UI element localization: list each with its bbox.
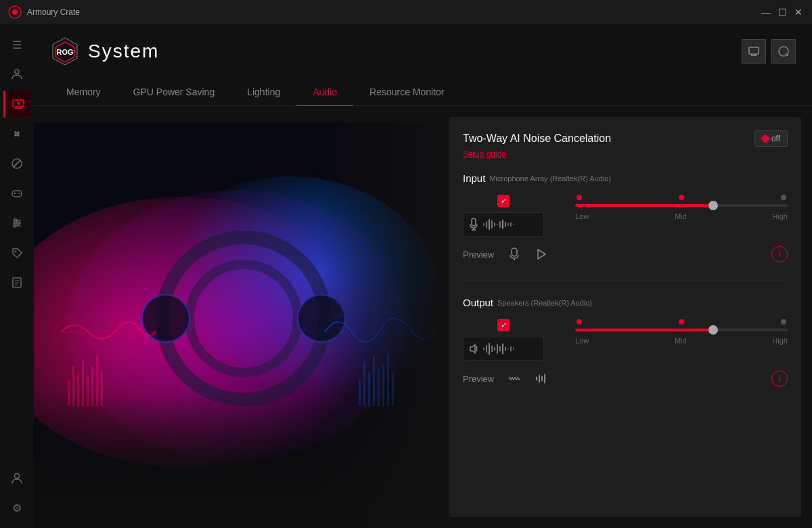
output-label-high: High	[772, 337, 788, 345]
close-button[interactable]: ✕	[793, 7, 804, 18]
rog-emblem-icon: ROG	[50, 37, 80, 66]
toggle-off-button[interactable]: off	[754, 130, 788, 147]
svg-rect-58	[472, 218, 476, 226]
input-slider-section: Low Mid High	[575, 195, 788, 220]
svg-rect-63	[489, 219, 490, 230]
svg-point-2	[15, 70, 19, 74]
output-slider-section: Low Mid High	[575, 319, 788, 345]
input-slider-dots	[575, 195, 788, 200]
maximize-button[interactable]: ☐	[777, 7, 788, 18]
svg-rect-85	[510, 346, 512, 352]
sidebar-profile-icon[interactable]	[3, 61, 30, 88]
svg-rect-8	[12, 191, 22, 197]
svg-rect-71	[510, 222, 512, 226]
input-mic-preview-button[interactable]	[505, 245, 524, 264]
output-slider-labels: Low Mid High	[575, 337, 788, 345]
svg-point-11	[18, 193, 20, 194]
sidebar-book-icon[interactable]	[3, 269, 30, 296]
titlebar: Armoury Crate — ☐ ✕	[0, 0, 812, 24]
tab-resource[interactable]: Resource Monitor	[353, 78, 461, 105]
sidebar-controller-icon[interactable]	[3, 180, 30, 207]
page-title: System	[88, 41, 159, 62]
speaker-icon	[469, 342, 478, 356]
output-preview-row: Preview i	[463, 369, 788, 388]
svg-rect-48	[96, 356, 98, 406]
svg-rect-52	[368, 373, 370, 406]
svg-rect-83	[505, 347, 506, 351]
sidebar-settings-icon[interactable]: ⚙	[3, 494, 30, 521]
section-title-row: Two-Way AI Noise Cancelation off	[463, 130, 788, 147]
svg-rect-84	[508, 348, 509, 350]
output-slider-thumb[interactable]	[708, 325, 718, 335]
tab-memory[interactable]: Memory	[50, 78, 117, 105]
svg-rect-27	[749, 47, 759, 54]
svg-rect-43	[72, 366, 74, 406]
header-icon-button-2[interactable]	[771, 39, 796, 64]
svg-rect-51	[363, 362, 365, 406]
output-slider-dot-high	[781, 319, 786, 325]
input-label-mid: Mid	[675, 212, 687, 220]
svg-rect-76	[486, 345, 487, 353]
output-bars-button[interactable]	[532, 369, 551, 388]
svg-point-17	[14, 224, 16, 227]
rog-logo-small	[8, 5, 22, 19]
svg-point-4	[17, 102, 20, 105]
input-slider-thumb[interactable]	[708, 201, 718, 210]
setup-guide-link[interactable]: Setup guide	[463, 149, 788, 159]
sidebar-fan-icon[interactable]	[3, 120, 30, 147]
sidebar-sliders-icon[interactable]	[3, 210, 30, 237]
svg-rect-64	[491, 220, 493, 229]
output-preview-label: Preview	[463, 374, 497, 384]
tab-gpu[interactable]: GPU Power Saving	[117, 78, 231, 105]
svg-point-1	[12, 9, 18, 15]
sidebar-menu-icon[interactable]: ☰	[3, 31, 30, 58]
sidebar-slash-icon[interactable]	[3, 150, 30, 177]
tab-audio[interactable]: Audio	[296, 78, 353, 105]
tab-lighting[interactable]: Lighting	[231, 78, 296, 105]
input-label-row: Input Microphone Array (Realtek(R) Audio…	[463, 172, 788, 184]
input-info-button[interactable]: i	[771, 246, 788, 262]
window-controls: — ☐ ✕	[761, 7, 804, 18]
slider-dot-mid	[679, 195, 684, 200]
output-controls-row: Low Mid High	[463, 319, 788, 361]
minimize-button[interactable]: —	[761, 7, 771, 18]
tabs-bar: Memory GPU Power Saving Lighting Audio R…	[34, 78, 812, 106]
svg-rect-65	[494, 222, 495, 226]
svg-rect-50	[359, 379, 361, 406]
svg-rect-54	[378, 369, 380, 406]
output-waveform	[463, 337, 544, 361]
input-slider-labels: Low Mid High	[575, 212, 788, 220]
app-layout: ☰ ⚙	[0, 24, 812, 528]
svg-rect-82	[502, 343, 503, 354]
input-label-high: High	[772, 212, 788, 220]
sidebar-device-icon[interactable]	[3, 91, 30, 118]
svg-point-15	[17, 222, 20, 224]
input-preview-label: Preview	[463, 249, 497, 260]
svg-rect-45	[82, 359, 84, 406]
output-wave-button[interactable]	[505, 369, 524, 388]
header-icon-button[interactable]	[742, 39, 766, 64]
input-play-button[interactable]	[532, 245, 551, 264]
svg-point-36	[68, 190, 406, 460]
output-slider-fill	[575, 329, 713, 331]
svg-rect-67	[499, 221, 501, 228]
svg-rect-79	[494, 347, 495, 351]
svg-point-18	[15, 251, 17, 253]
mic-icon	[469, 218, 478, 231]
svg-rect-90	[544, 374, 545, 383]
input-waveform	[463, 212, 544, 237]
input-checkbox[interactable]	[497, 195, 510, 207]
output-slider-track[interactable]	[575, 329, 788, 331]
output-checkbox[interactable]	[497, 319, 510, 331]
main-area: Two-Way AI Noise Cancelation off Setup g…	[34, 106, 812, 528]
svg-rect-47	[91, 366, 93, 406]
sidebar-user-icon[interactable]	[3, 464, 30, 491]
slider-dot-high	[781, 195, 786, 200]
output-waveform-bars	[482, 341, 516, 357]
svg-rect-66	[497, 224, 498, 225]
input-waveform-bars	[482, 216, 516, 233]
sidebar-tag-icon[interactable]	[3, 239, 30, 266]
noise-cancelation-panel: Two-Way AI Noise Cancelation off Setup g…	[449, 117, 801, 517]
input-slider-track[interactable]	[575, 204, 788, 207]
output-info-button[interactable]: i	[771, 370, 788, 387]
